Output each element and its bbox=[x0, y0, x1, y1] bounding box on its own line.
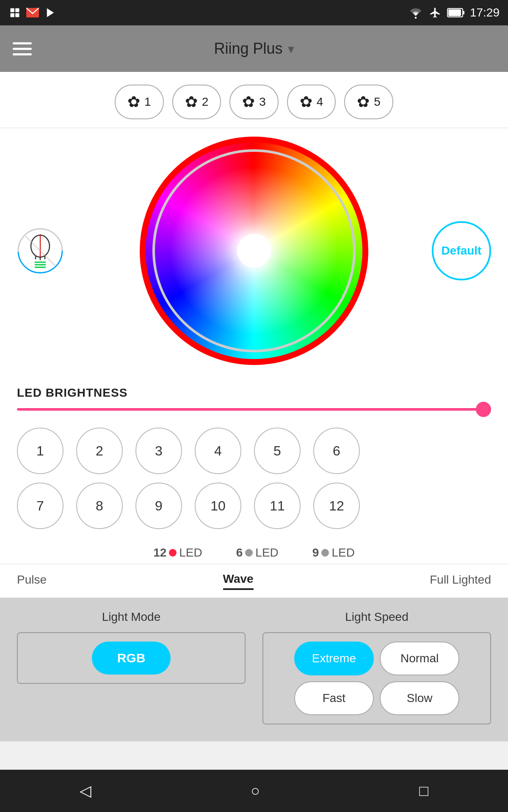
gmail-icon bbox=[26, 6, 39, 19]
led-circle-2[interactable]: 2 bbox=[76, 428, 123, 474]
led-row-1: 1 2 3 4 5 6 bbox=[17, 428, 491, 474]
fan-button-2[interactable]: ✿ 2 bbox=[172, 85, 221, 119]
led-count-9-dot bbox=[321, 549, 329, 557]
svg-rect-0 bbox=[11, 8, 14, 12]
svg-point-6 bbox=[415, 17, 417, 19]
light-mode-label: Light Mode bbox=[17, 610, 246, 624]
speed-grid: Extreme Normal Fast Slow bbox=[294, 642, 460, 715]
led-count-6-num: 6 bbox=[236, 546, 243, 560]
led-circle-8[interactable]: 8 bbox=[76, 483, 123, 529]
svg-rect-3 bbox=[15, 13, 19, 17]
color-section: Default bbox=[0, 128, 508, 373]
fan-icon-1: ✿ bbox=[127, 93, 140, 111]
fan-label-5: 5 bbox=[374, 95, 381, 109]
led-circle-1[interactable]: 1 bbox=[17, 428, 64, 474]
led-count-9[interactable]: 9 LED bbox=[312, 546, 355, 560]
led-count-9-label: LED bbox=[331, 546, 354, 560]
fan-label-3: 3 bbox=[259, 95, 266, 109]
app-title: Riing Plus bbox=[214, 40, 282, 58]
status-bar: 17:29 bbox=[0, 0, 508, 25]
battery-icon bbox=[447, 7, 465, 18]
led-count-12[interactable]: 12 LED bbox=[153, 546, 202, 560]
settings-row: Light Mode RGB Light Speed Extreme Norma… bbox=[17, 610, 491, 724]
light-mode-box: RGB bbox=[17, 632, 246, 684]
led-count-6[interactable]: 6 LED bbox=[236, 546, 279, 560]
led-circle-10[interactable]: 10 bbox=[195, 483, 241, 529]
fan-icon-2: ✿ bbox=[185, 93, 198, 111]
led-circle-3[interactable]: 3 bbox=[135, 428, 182, 474]
tab-wave[interactable]: Wave bbox=[223, 572, 254, 590]
color-wheel[interactable] bbox=[140, 137, 368, 365]
led-count-12-label: LED bbox=[179, 546, 202, 560]
svg-rect-1 bbox=[15, 8, 19, 12]
play-icon bbox=[44, 6, 57, 19]
dropdown-arrow-icon[interactable]: ▾ bbox=[288, 41, 294, 56]
led-circle-12[interactable]: 12 bbox=[313, 483, 360, 529]
brightness-section: LED BRIGHTNESS bbox=[0, 373, 508, 419]
mode-tabs: Pulse Wave Full Lighted bbox=[0, 564, 508, 598]
fan-label-1: 1 bbox=[144, 95, 151, 109]
speed-slow-button[interactable]: Slow bbox=[380, 681, 459, 715]
svg-rect-2 bbox=[11, 13, 14, 17]
rgb-button[interactable]: RGB bbox=[92, 642, 171, 675]
gallery-icon bbox=[8, 6, 21, 19]
led-circle-11[interactable]: 11 bbox=[254, 483, 301, 529]
brightness-slider[interactable] bbox=[17, 408, 491, 411]
nav-bar: ◁ ○ □ bbox=[0, 770, 508, 812]
bulb-icon[interactable] bbox=[17, 228, 64, 274]
tab-pulse[interactable]: Pulse bbox=[17, 573, 47, 589]
led-circle-5[interactable]: 5 bbox=[254, 428, 301, 474]
led-row-2: 7 8 9 10 11 12 bbox=[17, 483, 491, 529]
led-count-row: 12 LED 6 LED 9 LED bbox=[0, 538, 508, 564]
led-circle-9[interactable]: 9 bbox=[135, 483, 182, 529]
color-wheel-inner[interactable] bbox=[152, 149, 356, 352]
led-circle-4[interactable]: 4 bbox=[195, 428, 241, 474]
led-grid: 1 2 3 4 5 6 7 8 9 10 11 12 bbox=[0, 419, 508, 538]
color-wheel-outer[interactable] bbox=[140, 137, 368, 365]
tab-full-lighted[interactable]: Full Lighted bbox=[430, 573, 491, 589]
top-bar: Riing Plus ▾ bbox=[0, 25, 508, 72]
speed-fast-button[interactable]: Fast bbox=[294, 681, 374, 715]
back-button[interactable]: ◁ bbox=[80, 782, 91, 800]
fan-icon-3: ✿ bbox=[242, 93, 255, 111]
svg-rect-9 bbox=[448, 9, 461, 16]
wifi-icon bbox=[408, 7, 423, 19]
speed-extreme-button[interactable]: Extreme bbox=[294, 642, 374, 675]
light-speed-col: Light Speed Extreme Normal Fast Slow bbox=[262, 610, 491, 724]
fan-button-3[interactable]: ✿ 3 bbox=[229, 85, 279, 119]
light-speed-label: Light Speed bbox=[262, 610, 491, 624]
svg-marker-5 bbox=[47, 8, 54, 17]
home-button[interactable]: ○ bbox=[251, 782, 260, 800]
brightness-label: LED BRIGHTNESS bbox=[17, 386, 491, 400]
led-count-6-label: LED bbox=[255, 546, 278, 560]
led-count-12-dot bbox=[169, 549, 177, 557]
led-circle-6[interactable]: 6 bbox=[313, 428, 360, 474]
hamburger-menu[interactable] bbox=[13, 42, 32, 55]
status-icons-left bbox=[8, 6, 57, 19]
fan-label-4: 4 bbox=[317, 95, 323, 109]
airplane-icon bbox=[428, 7, 442, 19]
status-icons-right: 17:29 bbox=[408, 6, 500, 19]
settings-panel: Light Mode RGB Light Speed Extreme Norma… bbox=[0, 598, 508, 741]
led-count-6-dot bbox=[245, 549, 253, 557]
fan-icon-5: ✿ bbox=[357, 93, 370, 111]
led-circle-7[interactable]: 7 bbox=[17, 483, 64, 529]
svg-rect-8 bbox=[463, 11, 464, 14]
fan-button-4[interactable]: ✿ 4 bbox=[287, 85, 336, 119]
color-wheel-center bbox=[237, 234, 271, 268]
led-count-9-num: 9 bbox=[312, 546, 319, 560]
light-mode-col: Light Mode RGB bbox=[17, 610, 246, 684]
app-title-container: Riing Plus ▾ bbox=[214, 40, 294, 58]
led-count-12-num: 12 bbox=[153, 546, 166, 560]
default-button[interactable]: Default bbox=[432, 221, 491, 280]
fan-icon-4: ✿ bbox=[300, 93, 312, 111]
recent-button[interactable]: □ bbox=[419, 782, 428, 800]
light-speed-box: Extreme Normal Fast Slow bbox=[262, 632, 491, 724]
time-display: 17:29 bbox=[470, 6, 500, 19]
fan-buttons-row: ✿ 1 ✿ 2 ✿ 3 ✿ 4 ✿ 5 bbox=[0, 72, 508, 128]
fan-button-1[interactable]: ✿ 1 bbox=[115, 85, 164, 119]
brightness-slider-wrap bbox=[17, 408, 491, 411]
fan-button-5[interactable]: ✿ 5 bbox=[344, 85, 393, 119]
fan-label-2: 2 bbox=[202, 95, 209, 109]
speed-normal-button[interactable]: Normal bbox=[380, 642, 459, 675]
